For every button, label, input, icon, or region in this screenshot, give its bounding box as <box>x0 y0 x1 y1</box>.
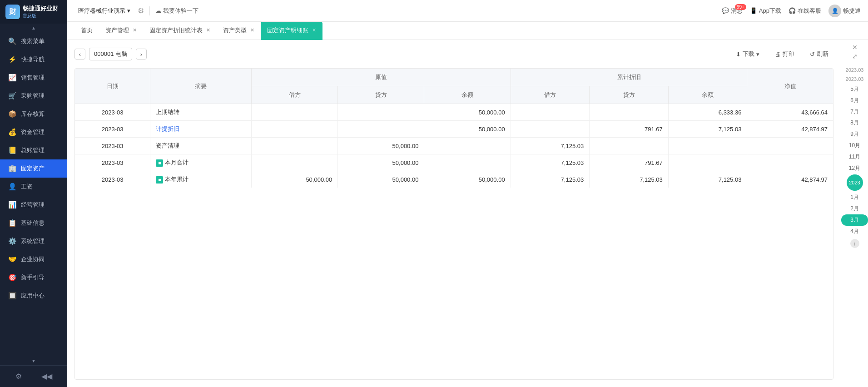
logo-icon: 财 <box>5 5 20 19</box>
sidebar-scroll-down[interactable]: ▼ <box>0 357 67 365</box>
timeline-month-2[interactable]: 2月 <box>841 203 868 214</box>
timeline-month-5[interactable]: 5月 <box>841 84 868 95</box>
panel-expand-button[interactable]: ⤢ <box>852 53 858 60</box>
tab-asset-mgmt-close[interactable]: ✕ <box>133 27 137 33</box>
timeline-year-badge[interactable]: 2023 <box>847 174 863 191</box>
cell-accum-credit <box>590 138 669 154</box>
col-accumulated-depreciation: 累计折旧 <box>511 69 747 86</box>
timeline-month-3[interactable]: 3月 <box>841 214 868 226</box>
timeline-month-6[interactable]: 6月 <box>841 95 868 106</box>
table-row: 2023-03 ■本月合计 50,000.00 7,125.03 791.67 <box>75 154 833 171</box>
sidebar-item-fixed-assets[interactable]: 🏢 固定资产 <box>0 159 67 178</box>
timeline: 2023.03 2023.03 5月 6月 7月 8月 9月 10月 11月 1… <box>841 65 868 248</box>
timeline-month-11[interactable]: 11月 <box>841 151 868 163</box>
sidebar-item-guide[interactable]: 🎯 新手引导 <box>0 268 67 287</box>
cell-net-value <box>747 154 833 171</box>
cell-accum-credit <box>590 104 669 121</box>
cell-net-value <box>747 138 833 154</box>
company-selector[interactable]: 医疗器械行业演示 ▾ <box>74 5 134 17</box>
timeline-month-10[interactable]: 10月 <box>841 140 868 151</box>
sidebar-item-search[interactable]: 🔍 搜索菜单 <box>0 32 67 50</box>
sales-icon: 📈 <box>8 74 16 82</box>
sidebar-item-quick-nav[interactable]: ⚡ 快捷导航 <box>0 50 67 69</box>
app-download-button[interactable]: 📱 App下载 <box>750 7 781 15</box>
col-accum-balance: 余额 <box>668 86 747 104</box>
capital-icon: 💰 <box>8 128 16 136</box>
sidebar-item-sales[interactable]: 📈 销售管理 <box>0 69 67 87</box>
sidebar-footer: ⚙ ◀◀ <box>0 365 67 387</box>
sidebar-item-general-ledger[interactable]: 📒 总账管理 <box>0 141 67 159</box>
experience-link[interactable]: ☁ 我要体验一下 <box>155 7 198 15</box>
tab-asset-type-label: 资产类型 <box>223 26 247 35</box>
sidebar-item-label: 快捷导航 <box>21 55 45 64</box>
sidebar-item-collaboration[interactable]: 🤝 企业协同 <box>0 250 67 268</box>
tab-asset-type[interactable]: 资产类型 ✕ <box>217 22 261 40</box>
asset-code: 000001 电脑 <box>94 50 127 57</box>
sidebar-item-app-center[interactable]: 🔲 应用中心 <box>0 287 67 305</box>
timeline-month-9[interactable]: 9月 <box>841 129 868 140</box>
prev-asset-button[interactable]: ‹ <box>74 49 85 60</box>
refresh-button[interactable]: ↺ 刷新 <box>805 47 833 61</box>
sidebar-item-purchase[interactable]: 🛒 采购管理 <box>0 87 67 105</box>
app-download-label: App下载 <box>759 7 781 15</box>
sidebar-item-payroll[interactable]: 👤 工资 <box>0 178 67 196</box>
sidebar-item-basic-info[interactable]: 📋 基础信息 <box>0 214 67 232</box>
settings-button[interactable]: ⚙ <box>14 370 24 382</box>
cell-orig-debit: 50,000.00 <box>252 171 338 188</box>
cell-date: 2023-03 <box>75 154 150 171</box>
print-button[interactable]: 🖨 打印 <box>770 47 799 61</box>
username: 畅捷通 <box>843 7 861 15</box>
user-profile[interactable]: 👤 畅捷通 <box>828 5 861 17</box>
sidebar-item-operations[interactable]: 📊 经营管理 <box>0 196 67 214</box>
timeline-month-4[interactable]: 4月 <box>841 226 868 237</box>
sidebar-item-system[interactable]: ⚙️ 系统管理 <box>0 232 67 250</box>
timeline-month-1[interactable]: 1月 <box>841 192 868 203</box>
sidebar-scroll-up[interactable]: ▲ <box>0 24 67 32</box>
download-icon: 📱 <box>750 7 757 14</box>
cell-summary: 资产清理 <box>150 138 252 154</box>
tab-asset-detail-close[interactable]: ✕ <box>312 27 316 33</box>
purchase-icon: 🛒 <box>8 92 16 100</box>
cell-accum-credit: 791.67 <box>590 121 669 138</box>
timeline-month-8[interactable]: 8月 <box>841 117 868 129</box>
settings-gear-icon[interactable]: ⚙ <box>138 6 144 15</box>
right-panel: ✕ ⤢ 2023.03 2023.03 5月 6月 7月 8月 9月 10月 1… <box>841 40 868 387</box>
timeline-down-arrow[interactable]: ↓ <box>850 239 859 248</box>
tab-home[interactable]: 首页 <box>74 22 99 40</box>
table-row: 2023-03 ■本年累计 50,000.00 50,000.00 50,000… <box>75 171 833 188</box>
col-summary: 摘要 <box>150 69 252 104</box>
cell-summary: ■本月合计 <box>150 154 252 171</box>
timeline-month-12[interactable]: 12月 <box>841 163 868 174</box>
tab-asset-mgmt[interactable]: 资产管理 ✕ <box>99 22 143 40</box>
search-icon: 🔍 <box>8 37 16 45</box>
message-button[interactable]: 💬 消息 99 <box>722 7 743 15</box>
download-button[interactable]: ⬇ 下载 ▾ <box>731 47 764 61</box>
online-service-button[interactable]: 🎧 在线客服 <box>789 7 821 15</box>
cell-orig-balance: 50,000.00 <box>424 171 511 188</box>
collapse-button[interactable]: ◀◀ <box>40 370 54 382</box>
cell-accum-balance: 7,125.03 <box>668 171 747 188</box>
tab-asset-detail[interactable]: 固定资产明细账 ✕ <box>261 22 322 40</box>
cell-net-value: 42,874.97 <box>747 121 833 138</box>
download-label: 下载 <box>743 50 754 58</box>
asset-actions: ⬇ 下载 ▾ 🖨 打印 ↺ 刷新 <box>731 47 833 61</box>
timeline-month-7[interactable]: 7月 <box>841 106 868 118</box>
table-row: 2023-03 资产清理 50,000.00 7,125.03 <box>75 138 833 154</box>
sidebar-item-capital[interactable]: 💰 资金管理 <box>0 123 67 141</box>
tab-depreciation-stat[interactable]: 固定资产折旧统计表 ✕ <box>143 22 217 40</box>
cell-accum-credit: 7,125.03 <box>590 171 669 188</box>
cell-orig-balance: 50,000.00 <box>424 121 511 138</box>
print-icon: 🖨 <box>775 51 781 58</box>
col-net-value: 净值 <box>747 69 833 104</box>
operations-icon: 📊 <box>8 201 16 209</box>
sidebar-item-label: 固定资产 <box>21 164 45 173</box>
panel-close-button[interactable]: ✕ <box>852 44 858 51</box>
next-asset-button[interactable]: › <box>136 49 147 60</box>
tab-asset-type-close[interactable]: ✕ <box>250 27 254 33</box>
sidebar-item-label: 基础信息 <box>21 219 45 227</box>
cell-accum-balance <box>668 138 747 154</box>
tab-depreciation-stat-close[interactable]: ✕ <box>206 27 210 33</box>
sidebar-item-inventory[interactable]: 📦 库存核算 <box>0 105 67 123</box>
cell-orig-balance: 50,000.00 <box>424 104 511 121</box>
sidebar-item-label: 经营管理 <box>21 201 45 209</box>
